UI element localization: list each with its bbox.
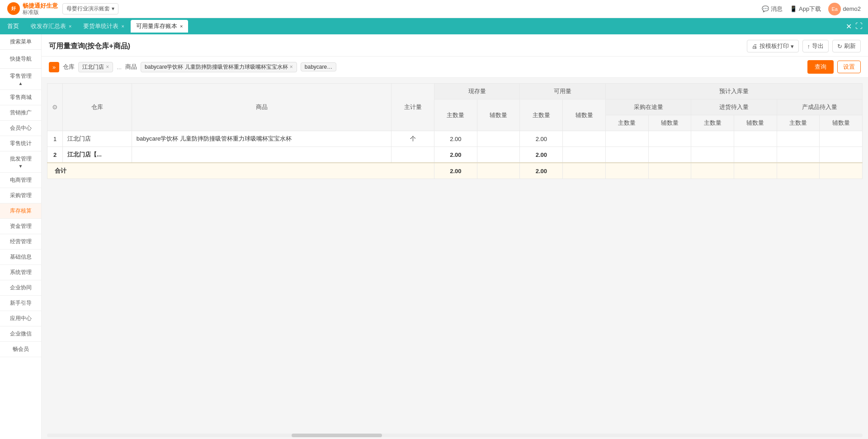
sidebar-item-marketing[interactable]: 营销推广 — [0, 105, 41, 121]
sidebar-item-wechat[interactable]: 企业微信 — [0, 326, 41, 342]
row-index: 2 — [47, 147, 63, 163]
warehouse-col-header: 仓库 — [63, 84, 132, 131]
filter-dots[interactable]: ... — [117, 64, 122, 71]
tab-home[interactable]: 首页 — [2, 20, 24, 33]
sidebar-item-operations[interactable]: 经营管理 — [0, 234, 41, 250]
tab-bar-actions: ✕ ⛶ — [846, 22, 866, 31]
print-btn[interactable]: 🖨 按模板打印 ▾ — [747, 40, 799, 52]
sidebar-item-newcomer[interactable]: 新手引导 — [0, 296, 41, 311]
tab-close-icon[interactable]: × — [180, 24, 183, 29]
sidebar-item-label: 会员中心 — [10, 124, 32, 132]
table-scrollbar[interactable] — [47, 434, 863, 437]
sidebar-item-basic-info[interactable]: 基础信息 — [0, 250, 41, 265]
incoming-aux-qty-header: 辅数量 — [734, 115, 777, 131]
row-warehouse: 江北门店【... — [63, 147, 132, 163]
sidebar-item-retail-stats[interactable]: 零售统计 — [0, 136, 41, 151]
row-product — [132, 147, 392, 163]
planned-inbound-col-header: 预计入库量 — [605, 84, 862, 99]
table-area: ⚙ 仓库 商品 主计量 现存量 — [42, 78, 868, 432]
arrow-icon: ▲ — [19, 81, 23, 86]
total-stock-aux — [477, 163, 520, 179]
tag-close-icon[interactable]: × — [106, 64, 109, 70]
tab-bar: 首页 收发存汇总表 × 要货单统计表 × 可用量库存账本 × ✕ ⛶ — [0, 18, 868, 34]
message-btn[interactable]: 💬 消息 — [762, 5, 783, 13]
row-main-unit: 个 — [392, 131, 434, 147]
row-warehouse: 江北门店 — [63, 131, 132, 147]
purchase-in-transit-header: 采购在途量 — [605, 99, 691, 115]
sidebar-item-label: 经营管理 — [10, 238, 32, 245]
sidebar-item-app-center[interactable]: 应用中心 — [0, 311, 41, 326]
sidebar-item-retail-mgmt[interactable]: 零售管理 ▲ — [0, 69, 41, 90]
product-tag[interactable]: babycare学饮杯 儿童防摔防撞吸管杯重力球吸嘴杯宝宝水杯 × — [141, 62, 297, 72]
tag-close-icon[interactable]: × — [290, 64, 293, 70]
tab-label: 收发存汇总表 — [31, 22, 66, 30]
expand-icon[interactable]: ⛶ — [855, 22, 863, 30]
refresh-btn[interactable]: ↻ 刷新 — [832, 40, 861, 52]
sidebar-nav[interactable]: 快捷导航 — [0, 50, 41, 69]
tab-receipt-summary[interactable]: 收发存汇总表 × — [25, 20, 77, 33]
row-product-main — [777, 147, 820, 163]
main-unit-col-header: 主计量 — [392, 84, 434, 131]
warehouse-filter-label: 仓库 — [63, 63, 75, 71]
sidebar-item-label: 零售统计 — [10, 140, 32, 147]
row-avail-aux — [563, 131, 606, 147]
row-incoming-main — [691, 147, 734, 163]
search-menu-label[interactable]: 搜索菜单 — [4, 38, 38, 46]
sidebar-item-ecommerce[interactable]: 电商管理 — [0, 173, 41, 188]
tab-close-icon[interactable]: × — [121, 24, 124, 29]
total-incoming-main — [691, 163, 734, 179]
page-header-actions: 🖨 按模板打印 ▾ ↑ 导出 ↻ 刷新 — [747, 40, 861, 52]
sidebar-item-finance[interactable]: 资金管理 — [0, 219, 41, 234]
avail-aux-qty-header: 辅数量 — [563, 99, 606, 131]
sidebar-item-label: 零售商城 — [10, 94, 32, 101]
settings-icon[interactable]: ⚙ — [52, 104, 58, 111]
user-profile-btn[interactable]: Ea demo2 — [828, 3, 861, 15]
row-stock-main: 2.00 — [434, 147, 477, 163]
sidebar-item-system[interactable]: 系统管理 — [0, 265, 41, 280]
home-tab-label: 首页 — [7, 22, 19, 30]
setting-btn[interactable]: 设置 — [837, 61, 861, 73]
logo-text: 畅捷通好生意 标准版 — [23, 2, 58, 16]
close-window-icon[interactable]: ✕ — [846, 22, 852, 31]
current-stock-col-header: 现存量 — [434, 84, 520, 99]
query-btn[interactable]: 查询 — [807, 60, 834, 74]
quick-nav-label[interactable]: 快捷导航 — [0, 53, 41, 65]
product-tag2[interactable]: babycare… — [301, 62, 336, 71]
sidebar-item-vip[interactable]: 畅会员 — [0, 342, 41, 357]
sidebar-item-label: 营销推广 — [10, 109, 32, 117]
chevron-down-icon: ▾ — [791, 43, 794, 50]
sidebar-item-retail-shop[interactable]: 零售商城 — [0, 90, 41, 105]
sidebar-item-enterprise[interactable]: 企业协同 — [0, 280, 41, 296]
top-bar-left: 好 畅捷通好生意 标准版 母婴行业演示账套 ▾ — [7, 2, 118, 16]
tab-close-icon[interactable]: × — [69, 24, 71, 29]
industry-selector[interactable]: 母婴行业演示账套 ▾ — [62, 3, 118, 14]
product-main-qty-header: 主数量 — [777, 115, 820, 131]
row-stock-main: 2.00 — [434, 131, 477, 147]
sidebar: 搜索菜单 快捷导航 零售管理 ▲ 零售商城 营销推广 会员中心 零售统计 批发管… — [0, 34, 42, 439]
row-product-aux — [820, 131, 863, 147]
expand-filter-btn[interactable]: » — [49, 62, 59, 72]
sidebar-item-label: 畅会员 — [13, 345, 29, 353]
row-product-main — [777, 131, 820, 147]
row-avail-main: 2.00 — [520, 147, 563, 163]
sidebar-item-member[interactable]: 会员中心 — [0, 121, 41, 136]
row-incoming-aux — [734, 147, 777, 163]
tab-order-stats[interactable]: 要货单统计表 × — [78, 20, 129, 33]
sidebar-search[interactable]: 搜索菜单 — [0, 34, 41, 50]
app-download-btn[interactable]: 📱 App下载 — [790, 5, 821, 13]
stock-main-qty-header: 主数量 — [434, 99, 477, 131]
product-filter-label: 商品 — [125, 63, 137, 71]
sidebar-item-wholesale-mgmt[interactable]: 批发管理 ▼ — [0, 151, 41, 173]
row-purchase-aux — [648, 131, 691, 147]
sidebar-item-label: 库存核算 — [10, 207, 32, 215]
tab-available-inventory[interactable]: 可用量库存账本 × — [131, 20, 188, 33]
sidebar-item-label: 企业微信 — [10, 330, 32, 338]
scrollbar-thumb[interactable] — [292, 434, 382, 437]
sidebar-item-label: 新手引导 — [10, 299, 32, 307]
sidebar-item-purchase[interactable]: 采购管理 — [0, 188, 41, 203]
row-stock-aux — [477, 131, 520, 147]
sidebar-item-label: 基础信息 — [10, 253, 32, 261]
warehouse-tag[interactable]: 江北门店 × — [78, 62, 113, 72]
sidebar-item-inventory[interactable]: 库存核算 — [0, 203, 41, 219]
export-btn[interactable]: ↑ 导出 — [802, 40, 829, 52]
